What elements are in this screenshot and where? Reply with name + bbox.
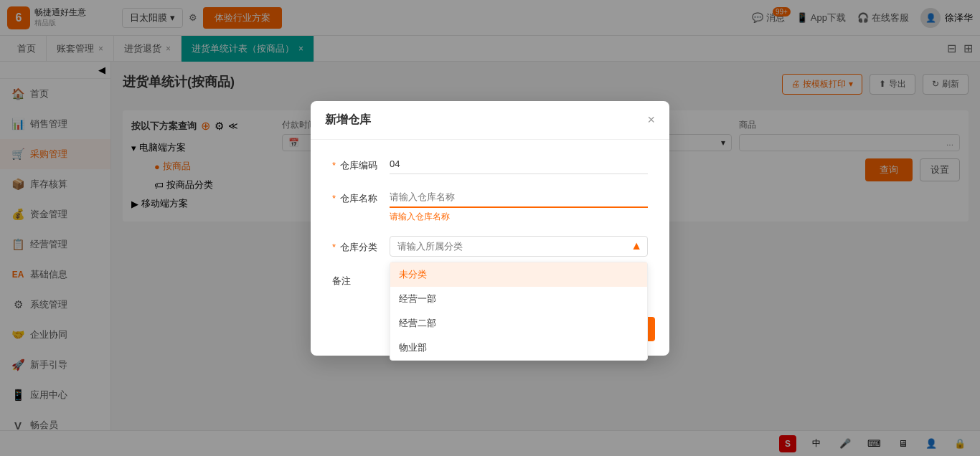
category-dropdown: 未分类 经营一部 经营二部 物业部 [390, 262, 648, 361]
category-option-dept2[interactable]: 经营二部 [390, 311, 647, 336]
dialog-body: * 仓库编码 * 仓库名称 请输入仓库名称 [311, 140, 669, 310]
name-error-msg: 请输入仓库名称 [390, 211, 648, 223]
code-label: * 仓库编码 [332, 154, 390, 172]
dialog-header: 新增仓库 × [311, 101, 669, 140]
category-field-row: * 仓库分类 ▲ 未分类 经营一部 经营二部 物业部 [332, 236, 648, 257]
name-input[interactable] [390, 187, 648, 208]
note-label: 备注 [332, 270, 390, 288]
dialog-overlay[interactable]: 新增仓库 × * 仓库编码 * 仓库名称 [0, 0, 980, 456]
add-warehouse-dialog: 新增仓库 × * 仓库编码 * 仓库名称 [311, 101, 669, 356]
code-field-row: * 仓库编码 [332, 154, 648, 174]
category-option-property[interactable]: 物业部 [390, 336, 647, 360]
category-option-dept1[interactable]: 经营一部 [390, 287, 647, 311]
category-toggle-icon[interactable]: ▲ [631, 239, 642, 252]
dialog-title: 新增仓库 [325, 113, 371, 128]
category-input[interactable] [390, 236, 648, 257]
code-input[interactable] [390, 154, 648, 174]
category-option-unclassified[interactable]: 未分类 [390, 262, 647, 287]
name-label: * 仓库名称 [332, 187, 390, 205]
name-field-row: * 仓库名称 请输入仓库名称 [332, 187, 648, 223]
dialog-close-button[interactable]: × [647, 113, 655, 128]
category-label: * 仓库分类 [332, 236, 390, 254]
